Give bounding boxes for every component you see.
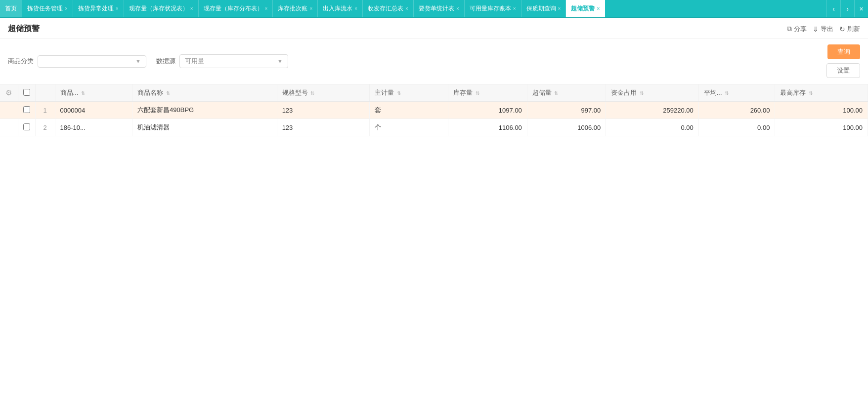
close-tab-order-stat[interactable]: × [456,6,459,11]
refresh-icon: ↻ [839,25,845,33]
row-unit: 套 [370,102,448,119]
row-capital: 259220.00 [606,102,699,119]
col-unit[interactable]: 主计量 ⇅ [370,84,448,102]
category-select[interactable]: ▼ [38,55,146,68]
close-tab-inventory-dist[interactable]: × [265,6,268,11]
tab-inventory-dist[interactable]: 现存量（库存分布表） × [199,0,273,17]
row-unit: 个 [370,119,448,136]
row-num: 1 [35,102,55,119]
sort-avg-icon: ⇅ [725,90,729,96]
close-tab-avail-account[interactable]: × [513,6,516,11]
tab-inventory-status[interactable]: 现存量（库存状况表） × [124,0,199,17]
header-actions: ⧉ 分享 ⇓ 导出 ↻ 刷新 [787,25,860,34]
col-stock[interactable]: 库存量 ⇅ [448,84,527,102]
close-tab-quality[interactable]: × [558,6,561,11]
tab-exception[interactable]: 拣货异常处理 × [73,0,124,17]
export-button[interactable]: ⇓ 导出 [813,25,833,34]
row-overstock: 1006.00 [527,119,606,136]
col-product-code[interactable]: 商品... ⇅ [55,84,132,102]
table-row: 2 186-10... 机油滤清器 123 个 1106.00 1006.00 … [0,119,868,136]
col-spec[interactable]: 规格型号 ⇅ [277,84,370,102]
close-tab-overstock[interactable]: × [597,6,600,11]
row-checkbox-cell[interactable] [18,119,35,136]
table-gear-icon[interactable]: ⚙ [5,88,12,97]
col-overstock[interactable]: 超储量 ⇅ [527,84,606,102]
datasource-arrow-icon: ▼ [277,58,283,64]
sort-max-stock-icon: ⇅ [809,90,813,96]
row-stock: 1097.00 [448,102,527,119]
category-value [43,58,45,65]
share-button[interactable]: ⧉ 分享 [787,25,807,34]
row-num: 2 [35,119,55,136]
datasource-select[interactable]: 可用量 ▼ [179,54,288,68]
select-all-checkbox[interactable] [23,89,30,96]
settings-button[interactable]: 设置 [826,63,860,78]
datasource-value: 可用量 [185,57,204,66]
row-stock: 1106.00 [448,119,527,136]
sort-unit-icon: ⇅ [397,90,401,96]
row-product-code: 0000004 [55,102,132,119]
page-header: 超储预警 ⧉ 分享 ⇓ 导出 ↻ 刷新 [0,18,868,39]
col-gear: ⚙ [0,84,18,102]
close-tab-batch[interactable]: × [309,6,312,11]
row-gear-cell [0,102,18,119]
col-capital[interactable]: 资金占用 ⇅ [606,84,699,102]
table-body: 1 0000004 六配套新昌490BPG 123 套 1097.00 997.… [0,102,868,136]
nav-arrow-right[interactable]: › [840,0,854,18]
category-filter: 商品分类 ▼ [8,55,146,68]
row-checkbox[interactable] [23,123,30,130]
row-checkbox[interactable] [23,106,30,113]
close-tab-task-mgmt[interactable]: × [65,6,68,11]
main-content: 超储预警 ⧉ 分享 ⇓ 导出 ↻ 刷新 商品分类 ▼ 数据源 [0,18,868,395]
col-checkbox-header [18,84,35,102]
filter-area: 商品分类 ▼ 数据源 可用量 ▼ 查询 设置 [0,39,868,84]
close-tab-exception[interactable]: × [116,6,119,11]
tab-order-stat[interactable]: 要货单统计表 × [414,0,465,17]
tab-collect[interactable]: 收发存汇总表 × [363,0,414,17]
table-container: ⚙ 商品... ⇅ 商品名称 ⇅ 规格型号 [0,84,868,136]
sort-spec-icon: ⇅ [310,90,314,96]
data-table: ⚙ 商品... ⇅ 商品名称 ⇅ 规格型号 [0,84,868,136]
sort-product-code-icon: ⇅ [81,90,85,96]
col-product-name[interactable]: 商品名称 ⇅ [132,84,277,102]
row-spec: 123 [277,119,370,136]
filter-action-buttons: 查询 设置 [826,44,860,78]
sort-overstock-icon: ⇅ [554,90,558,96]
row-checkbox-cell[interactable] [18,102,35,119]
category-arrow-icon: ▼ [135,58,141,64]
nav-arrows: ‹ › × [826,0,868,18]
close-tab-inout-flow[interactable]: × [354,6,357,11]
row-capital: 0.00 [606,119,699,136]
col-max-stock[interactable]: 最高库存 ⇅ [775,84,868,102]
share-icon: ⧉ [787,25,792,33]
close-tab-collect[interactable]: × [405,6,408,11]
tab-inout-flow[interactable]: 出入库流水 × [318,0,363,17]
row-product-name: 机油滤清器 [132,119,277,136]
tab-home[interactable]: 首页 [0,0,22,17]
close-tab-inventory-status[interactable]: × [190,6,193,11]
nav-arrow-close[interactable]: × [854,0,868,18]
datasource-label: 数据源 [156,57,175,66]
sort-capital-icon: ⇅ [640,90,644,96]
tab-avail-account[interactable]: 可用量库存账本 × [465,0,521,17]
table-row: 1 0000004 六配套新昌490BPG 123 套 1097.00 997.… [0,102,868,119]
col-rownum [35,84,55,102]
page-title: 超储预警 [8,24,40,34]
row-gear-cell [0,119,18,136]
tab-overstock[interactable]: 超储预警 × [566,0,605,17]
row-product-name: 六配套新昌490BPG [132,102,277,119]
query-button[interactable]: 查询 [827,44,860,59]
refresh-button[interactable]: ↻ 刷新 [839,25,860,34]
export-icon: ⇓ [813,25,819,33]
row-max-stock: 100.00 [775,102,868,119]
tab-quality[interactable]: 保质期查询 × [521,0,566,17]
top-nav: 首页 拣货任务管理 × 拣货异常处理 × 现存量（库存状况表） × 现存量（库存… [0,0,868,18]
col-avg[interactable]: 平均... ⇅ [698,84,775,102]
nav-arrow-left[interactable]: ‹ [826,0,840,18]
sort-stock-icon: ⇅ [476,90,479,96]
tab-batch[interactable]: 库存批次账 × [273,0,318,17]
row-avg: 0.00 [698,119,775,136]
datasource-filter: 数据源 可用量 ▼ [156,54,288,68]
tab-task-mgmt[interactable]: 拣货任务管理 × [22,0,73,17]
table-header-row: ⚙ 商品... ⇅ 商品名称 ⇅ 规格型号 [0,84,868,102]
